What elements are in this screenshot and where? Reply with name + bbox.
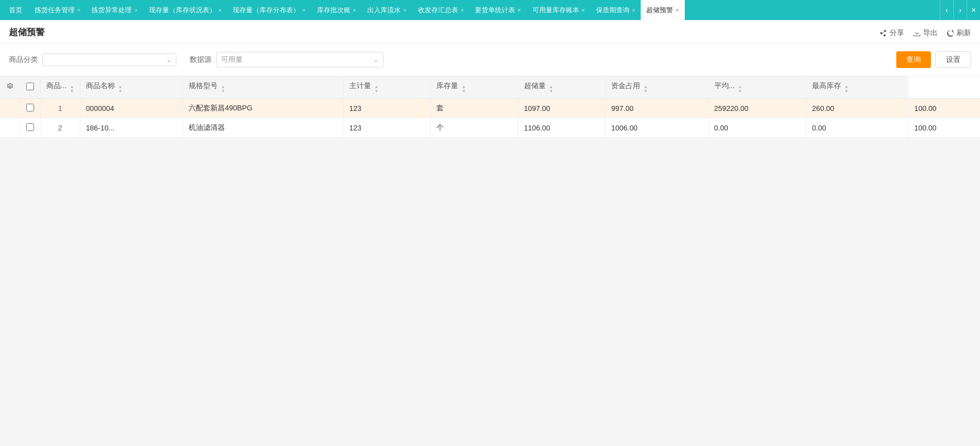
chevron-down-icon: ⌄ <box>166 56 171 64</box>
share-icon <box>880 29 887 37</box>
close-icon[interactable]: × <box>302 7 305 13</box>
row-product-name: 六配套新昌490BPG <box>183 99 344 118</box>
row-unit: 套 <box>431 99 518 118</box>
row-checkbox-cell[interactable] <box>20 118 40 138</box>
row-max-stock: 100.00 <box>909 99 980 118</box>
row-number: 1 <box>40 99 80 118</box>
share-button[interactable]: 分享 <box>880 28 904 38</box>
category-label: 商品分类 <box>9 55 38 65</box>
nav-arrow-close[interactable]: × <box>967 0 980 20</box>
close-icon[interactable]: × <box>517 7 521 13</box>
datasource-filter: 数据源 可用量 ⌄ <box>190 52 383 67</box>
nav-tab-10[interactable]: 超储预警 × <box>641 0 684 20</box>
nav-arrows-group: ‹ › × <box>940 0 980 20</box>
page-header: 超储预警 分享 导出 刷新 <box>0 20 980 43</box>
close-icon[interactable]: × <box>353 7 356 13</box>
row-settings-cell <box>0 99 20 118</box>
nav-tab-1[interactable]: 拣货异常处理 × <box>86 0 143 20</box>
row-checkbox[interactable] <box>26 104 34 112</box>
nav-home-tab[interactable]: 首页 <box>2 0 29 20</box>
nav-tab-0[interactable]: 拣货任务管理 × <box>29 0 86 20</box>
col-product-name[interactable]: 商品名称 ▲▼ <box>80 76 182 99</box>
nav-tab-9[interactable]: 保质期查询 × <box>590 0 641 20</box>
col-avg[interactable]: 平均... ▲▼ <box>708 76 806 99</box>
nav-arrow-right[interactable]: › <box>953 0 967 20</box>
chevron-down-icon: ⌄ <box>373 56 378 64</box>
row-overstock: 997.00 <box>606 99 708 118</box>
row-number: 2 <box>40 118 80 138</box>
category-filter: 商品分类 ⌄ <box>9 54 176 66</box>
row-checkbox[interactable] <box>26 123 34 131</box>
export-icon <box>913 29 921 37</box>
refresh-button[interactable]: 刷新 <box>947 28 971 38</box>
nav-tab-4[interactable]: 库存批次账 × <box>311 0 362 20</box>
checkbox-col-header[interactable] <box>20 76 40 99</box>
row-overstock: 1006.00 <box>606 118 708 138</box>
row-max-stock: 100.00 <box>909 118 980 138</box>
nav-arrow-left[interactable]: ‹ <box>940 0 953 20</box>
table-header-row: 商品... ▲▼ 商品名称 ▲▼ 规格型号 ▲▼ 主计量 ▲▼ 库存量 ▲▼ <box>0 76 980 99</box>
query-button[interactable]: 查询 <box>896 51 931 68</box>
close-icon[interactable]: × <box>582 7 585 13</box>
gear-icon <box>6 83 14 90</box>
filter-actions: 查询 设置 <box>896 51 971 68</box>
col-overstock[interactable]: 超储量 ▲▼ <box>518 76 606 99</box>
nav-tab-5[interactable]: 出入库流水 × <box>362 0 412 20</box>
datasource-select[interactable]: 可用量 ⌄ <box>216 52 383 67</box>
close-icon[interactable]: × <box>218 7 222 13</box>
top-navigation: 首页 拣货任务管理 × 拣货异常处理 × 现存量（库存状况表） × 现存量（库存… <box>0 0 980 20</box>
row-unit: 个 <box>431 118 518 138</box>
nav-tab-8[interactable]: 可用量库存账本 × <box>527 0 590 20</box>
row-avg: 0.00 <box>806 118 909 138</box>
row-spec: 123 <box>343 99 431 118</box>
refresh-icon <box>947 29 954 37</box>
data-table: 商品... ▲▼ 商品名称 ▲▼ 规格型号 ▲▼ 主计量 ▲▼ 库存量 ▲▼ <box>0 76 980 138</box>
row-spec: 123 <box>343 118 431 138</box>
table-row: 1 0000004 六配套新昌490BPG 123 套 1097.00 997.… <box>0 99 980 118</box>
table-row: 2 186-10... 机油滤清器 123 个 1106.00 1006.00 … <box>0 118 980 138</box>
close-icon[interactable]: × <box>460 7 464 13</box>
row-checkbox-cell[interactable] <box>20 99 40 118</box>
filter-area: 商品分类 ⌄ 数据源 可用量 ⌄ 查询 设置 <box>0 43 980 76</box>
nav-tab-7[interactable]: 要货单统计表 × <box>469 0 526 20</box>
row-capital: 259220.00 <box>708 99 806 118</box>
col-unit[interactable]: 主计量 ▲▼ <box>343 76 431 99</box>
table-container: 商品... ▲▼ 商品名称 ▲▼ 规格型号 ▲▼ 主计量 ▲▼ 库存量 ▲▼ <box>0 76 980 138</box>
nav-tab-3[interactable]: 现存量（库存分布表） × <box>227 0 311 20</box>
settings-col-header[interactable] <box>0 76 20 99</box>
row-avg: 260.00 <box>806 99 909 118</box>
col-max-stock[interactable]: 最高库存 ▲▼ <box>806 76 909 99</box>
row-product-code: 186-10... <box>80 118 182 138</box>
page-title: 超储预警 <box>9 27 45 38</box>
select-all-checkbox[interactable] <box>26 83 34 90</box>
category-select[interactable]: ⌄ <box>42 54 176 66</box>
nav-tab-2[interactable]: 现存量（库存状况表） × <box>143 0 227 20</box>
row-stock: 1106.00 <box>518 118 606 138</box>
close-icon[interactable]: × <box>632 7 635 13</box>
col-capital[interactable]: 资金占用 ▲▼ <box>606 76 708 99</box>
row-stock: 1097.00 <box>518 99 606 118</box>
row-product-code: 0000004 <box>80 99 182 118</box>
close-icon[interactable]: × <box>77 7 80 13</box>
settings-button[interactable]: 设置 <box>935 51 971 68</box>
close-icon[interactable]: × <box>403 7 406 13</box>
col-spec[interactable]: 规格型号 ▲▼ <box>183 76 344 99</box>
row-capital: 0.00 <box>708 118 806 138</box>
col-stock[interactable]: 库存量 ▲▼ <box>431 76 518 99</box>
row-product-name: 机油滤清器 <box>183 118 344 138</box>
header-actions: 分享 导出 刷新 <box>880 28 971 38</box>
col-product-code[interactable]: 商品... ▲▼ <box>40 76 80 99</box>
datasource-label: 数据源 <box>190 55 212 65</box>
close-icon[interactable]: × <box>675 7 679 13</box>
nav-tab-6[interactable]: 收发存汇总表 × <box>412 0 469 20</box>
export-button[interactable]: 导出 <box>913 28 938 38</box>
close-icon[interactable]: × <box>134 7 137 13</box>
row-settings-cell <box>0 118 20 138</box>
